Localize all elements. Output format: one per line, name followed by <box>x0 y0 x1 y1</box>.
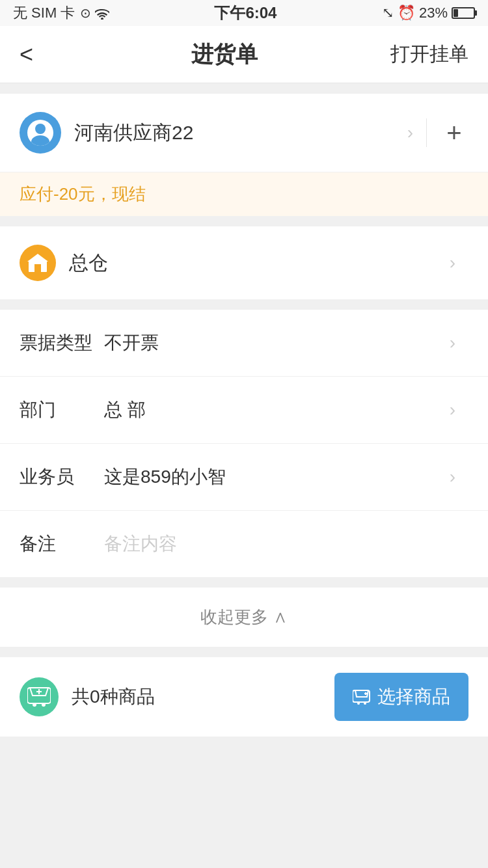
open-pending-button[interactable]: 打开挂单 <box>390 41 468 68</box>
alarm-icon: ⏰ <box>398 5 415 21</box>
supplier-avatar <box>20 112 61 154</box>
svg-point-8 <box>364 702 366 705</box>
warehouse-icon <box>20 245 56 281</box>
wifi-icon: ⊙ <box>80 5 109 21</box>
svg-marker-1 <box>27 254 48 262</box>
supplier-chevron-icon: › <box>407 122 413 143</box>
page-fill <box>0 737 488 868</box>
status-right: ⤡ ⏰ 23% <box>382 5 475 21</box>
svg-point-7 <box>357 702 360 705</box>
invoice-type-chevron-icon: › <box>450 332 455 353</box>
salesperson-row[interactable]: 业务员 这是859的小智 › <box>0 444 488 511</box>
form-section: 票据类型 不开票 › 部门 总 部 › 业务员 这是859的小智 › 备注 备注… <box>0 310 488 577</box>
svg-rect-2 <box>34 264 41 272</box>
department-row[interactable]: 部门 总 部 › <box>0 377 488 444</box>
select-product-button[interactable]: 选择商品 <box>334 673 468 721</box>
remark-label: 备注 <box>20 532 104 556</box>
product-bar: 共0种商品 选择商品 <box>0 657 488 737</box>
invoice-type-row[interactable]: 票据类型 不开票 › <box>0 310 488 377</box>
salesperson-chevron-icon: › <box>450 467 455 487</box>
vertical-divider <box>426 118 427 147</box>
supplier-row[interactable]: 河南供应商22 › + <box>0 94 488 172</box>
svg-point-4 <box>33 703 36 707</box>
battery-percent: 23% <box>419 5 448 21</box>
department-value: 总 部 <box>104 398 450 422</box>
add-supplier-button[interactable]: + <box>440 118 468 148</box>
battery-bar <box>452 7 475 19</box>
salesperson-label: 业务员 <box>20 465 104 489</box>
product-cart-icon <box>20 677 59 716</box>
invoice-type-label: 票据类型 <box>20 331 104 355</box>
page-title: 进货单 <box>191 40 258 70</box>
warehouse-chevron-icon: › <box>450 252 455 273</box>
warning-banner: 应付-20元，现结 <box>0 172 488 216</box>
department-label: 部门 <box>20 398 104 422</box>
remark-value[interactable]: 备注内容 <box>104 532 468 556</box>
supplier-name: 河南供应商22 <box>74 120 407 146</box>
avatar-inner <box>27 120 53 146</box>
status-bar: 无 SIM 卡 ⊙ 下午6:04 ⤡ ⏰ 23% <box>0 0 488 26</box>
remark-row[interactable]: 备注 备注内容 <box>0 511 488 577</box>
warehouse-row[interactable]: 总仓 › <box>0 226 488 299</box>
status-left: 无 SIM 卡 ⊙ <box>13 3 109 23</box>
battery-fill <box>454 9 458 17</box>
location-icon: ⤡ <box>382 5 394 21</box>
warehouse-card[interactable]: 总仓 › <box>0 226 488 299</box>
product-count-text: 共0种商品 <box>72 685 334 709</box>
department-chevron-icon: › <box>450 400 455 420</box>
supplier-card: 河南供应商22 › + 应付-20元，现结 <box>0 94 488 216</box>
svg-point-5 <box>42 703 46 707</box>
carrier-text: 无 SIM 卡 <box>13 3 75 23</box>
warehouse-name: 总仓 <box>69 250 450 277</box>
salesperson-value: 这是859的小智 <box>104 465 450 489</box>
nav-bar: < 进货单 打开挂单 <box>0 26 488 83</box>
select-product-label: 选择商品 <box>377 685 450 709</box>
content-area: 河南供应商22 › + 应付-20元，现结 总仓 › 票据类型 不开票 › <box>0 94 488 868</box>
time-display: 下午6:04 <box>214 3 277 23</box>
collapse-label: 收起更多 ∧ <box>200 606 287 629</box>
back-button[interactable]: < <box>20 41 59 68</box>
collapse-row[interactable]: 收起更多 ∧ <box>0 588 488 647</box>
invoice-type-value: 不开票 <box>104 331 450 355</box>
